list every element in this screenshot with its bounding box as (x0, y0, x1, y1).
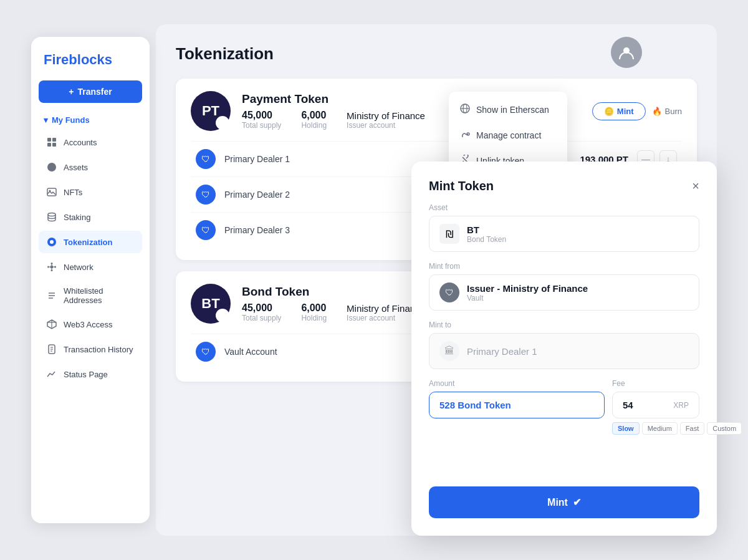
sidebar-label-txhistory: Transaction History (64, 345, 133, 354)
sidebar-item-web3[interactable]: Web3 Access (39, 313, 142, 336)
fee-value: 54 (623, 400, 633, 410)
holding-bt: 6,000 (301, 302, 327, 314)
mint-from-sub: Vault (467, 294, 588, 302)
mint-to-label: Mint to (429, 321, 699, 329)
asset-label: Asset (429, 203, 699, 212)
mint-coin-icon: 🪙 (604, 107, 614, 116)
speed-custom[interactable]: Custom (707, 422, 742, 435)
token-avatar-bt: BT ⟡ (191, 284, 231, 324)
eth-badge-pt: ⟡ (216, 116, 229, 130)
my-funds-section[interactable]: ▾ My Funds (39, 112, 142, 128)
holding-pt: 6,000 (301, 110, 327, 121)
amount-label: Amount (429, 379, 605, 388)
profile-avatar[interactable] (611, 37, 642, 68)
sidebar-item-staking[interactable]: Staking (39, 206, 142, 228)
svg-point-7 (48, 213, 55, 216)
speed-fast[interactable]: Fast (680, 422, 704, 435)
sidebar-label-web3: Web3 Access (64, 320, 113, 329)
svg-rect-3 (52, 143, 56, 147)
checkmark-icon: ✔ (573, 496, 581, 508)
sidebar-label-accounts: Accounts (64, 138, 97, 147)
svg-point-4 (47, 163, 56, 171)
total-supply-pt: 45,000 (242, 110, 281, 121)
token-initials-pt: PT (202, 103, 219, 119)
sidebar-label-tokenization: Tokenization (64, 238, 112, 247)
transfer-button[interactable]: + + Transfer Transfer (39, 80, 142, 103)
shield-icon-vault: 🛡 (196, 342, 216, 362)
modal-mint-button[interactable]: Mint ✔ (429, 486, 699, 518)
fee-speed-row: Slow Medium Fast Custom (612, 422, 699, 435)
svg-rect-2 (47, 143, 51, 147)
sidebar: Fireblocks + + Transfer Transfer ▾ My Fu… (31, 37, 150, 523)
list-icon (46, 290, 57, 301)
speed-slow[interactable]: Slow (612, 422, 640, 435)
cube-icon (46, 319, 57, 330)
image-icon (46, 186, 57, 198)
svg-point-10 (50, 266, 54, 269)
globe-icon (460, 104, 470, 115)
speed-medium[interactable]: Medium (642, 422, 678, 435)
burn-icon: 🔥 (652, 107, 662, 116)
svg-rect-0 (47, 138, 51, 142)
mint-token-modal: Mint Token × Asset ₪ BT Bond Token Mint … (411, 162, 717, 536)
asset-field: ₪ BT Bond Token (429, 216, 699, 252)
network-icon (46, 261, 57, 273)
bank-icon: 🏛 (439, 341, 459, 361)
sidebar-item-accounts[interactable]: Accounts (39, 131, 142, 153)
shield-icon-3: 🛡 (196, 220, 216, 240)
svg-point-14 (51, 269, 53, 271)
app-logo: Fireblocks (39, 52, 142, 78)
asset-name: BT (467, 224, 506, 235)
doc-icon (46, 344, 57, 355)
total-supply-bt: 45,000 (242, 302, 281, 314)
fee-label: Fee (612, 379, 699, 388)
burn-button-pt[interactable]: 🔥 Burn (652, 107, 682, 116)
sidebar-label-assets: Assets (64, 163, 88, 172)
shield-icon-1: 🛡 (196, 149, 216, 169)
mint-button-pt[interactable]: 🪙 Mint (592, 102, 646, 120)
token-initials-bt: BT (201, 296, 219, 312)
svg-point-13 (51, 263, 53, 264)
shield-icon-2: 🛡 (196, 185, 216, 205)
token-avatar-pt: PT ⟡ (191, 91, 231, 131)
svg-point-12 (54, 266, 56, 268)
svg-rect-1 (52, 138, 56, 142)
contract-icon (460, 129, 470, 141)
db-icon (46, 211, 57, 223)
sidebar-item-nfts[interactable]: NFTs (39, 181, 142, 203)
svg-point-11 (47, 266, 49, 268)
mint-to-placeholder: Primary Dealer 1 (467, 346, 537, 357)
context-menu-etherscan[interactable]: Show in Etherscan (449, 97, 567, 122)
plus-icon: + (69, 87, 74, 97)
mint-to-field[interactable]: 🏛 Primary Dealer 1 (429, 333, 699, 369)
context-menu-manage[interactable]: Manage contract (449, 122, 567, 148)
svg-point-9 (50, 240, 54, 244)
fee-field: 54 XRP (612, 392, 699, 418)
sidebar-item-assets[interactable]: Assets (39, 156, 142, 178)
chart-icon (46, 369, 57, 380)
mint-from-label: Mint from (429, 262, 699, 271)
sidebar-label-staking: Staking (64, 213, 90, 222)
circle-icon (46, 162, 57, 173)
modal-title: Mint Token (429, 179, 494, 193)
eth-badge-bt: ⟡ (216, 309, 229, 322)
chevron-down-icon: ▾ (44, 115, 48, 125)
asset-icon: ₪ (439, 224, 459, 244)
sidebar-label-status: Status Page (64, 370, 108, 379)
mint-from-field: 🛡 Issuer - Ministry of Finance Vault (429, 274, 699, 311)
vault-shield-icon: 🛡 (439, 282, 459, 302)
sidebar-label-nfts: NFTs (64, 188, 82, 197)
sidebar-label-network: Network (64, 263, 94, 272)
sidebar-item-txhistory[interactable]: Transaction History (39, 338, 142, 360)
dot-icon (46, 236, 57, 248)
mint-from-name: Issuer - Ministry of Finance (467, 283, 588, 294)
grid-icon (46, 137, 57, 148)
asset-full: Bond Token (467, 235, 506, 244)
modal-close-button[interactable]: × (692, 179, 699, 193)
amount-input[interactable] (429, 392, 605, 418)
sidebar-label-whitelisted: Whitelisted Addresses (64, 286, 135, 305)
sidebar-item-status[interactable]: Status Page (39, 363, 142, 385)
sidebar-item-network[interactable]: Network (39, 256, 142, 278)
sidebar-item-whitelisted[interactable]: Whitelisted Addresses (39, 281, 142, 311)
sidebar-item-tokenization[interactable]: Tokenization (39, 231, 142, 253)
